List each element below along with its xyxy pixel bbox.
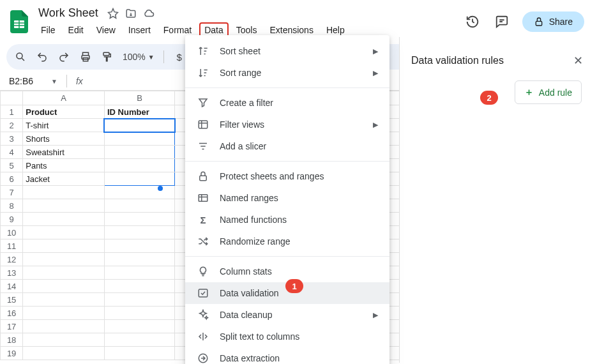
filter-views-icon (197, 118, 209, 131)
cell[interactable] (104, 132, 174, 146)
sort-range-icon (197, 66, 209, 79)
print-icon[interactable] (79, 50, 92, 63)
sheets-logo[interactable] (8, 10, 31, 33)
row-header[interactable]: 2 (1, 119, 23, 132)
chevron-right-icon: ▶ (373, 311, 378, 319)
cloud-icon[interactable] (143, 8, 155, 19)
chevron-right-icon: ▶ (373, 121, 378, 129)
row-header[interactable]: 16 (1, 307, 23, 320)
row-header[interactable]: 9 (1, 213, 23, 226)
cell[interactable] (104, 119, 174, 132)
cell[interactable]: T-shirt (23, 119, 105, 132)
comment-icon[interactable] (493, 13, 511, 31)
row-header[interactable]: 8 (1, 199, 23, 213)
callout-2: 2 (480, 91, 498, 105)
menu-insert[interactable]: Insert (123, 22, 156, 38)
row-header[interactable]: 11 (1, 239, 23, 253)
menu-item-column-stats[interactable]: Column stats (185, 261, 389, 282)
menu-item-named-functions[interactable]: Σ Named functions (185, 209, 389, 231)
svg-rect-7 (199, 121, 208, 128)
cell[interactable]: Product (23, 105, 105, 119)
close-icon[interactable]: ✕ (571, 51, 586, 70)
namebox-arrow-icon[interactable]: ▼ (51, 78, 61, 85)
menu-item-add-slicer[interactable]: Add a slicer (185, 135, 389, 157)
name-box-input[interactable] (8, 75, 46, 87)
menu-item-split-text[interactable]: Split text to columns (185, 326, 389, 347)
data-validation-sidebar: Data validation rules ✕ ＋ Add rule (399, 37, 597, 363)
row-header[interactable]: 12 (1, 253, 23, 266)
chevron-right-icon: ▶ (373, 47, 378, 56)
menu-item-randomize[interactable]: Randomize range (185, 231, 389, 252)
currency-icon[interactable]: $ (173, 50, 186, 63)
share-button[interactable]: Share (522, 11, 584, 32)
chevron-right-icon: ▶ (373, 69, 378, 77)
cell[interactable]: Pants (23, 159, 105, 172)
col-header-A[interactable]: A (23, 91, 105, 105)
menu-item-data-extraction[interactable]: Data extraction (185, 347, 389, 364)
cell[interactable]: Jacket (23, 172, 105, 186)
sigma-icon: Σ (197, 213, 209, 226)
svg-rect-2 (536, 21, 541, 26)
named-ranges-icon (197, 192, 209, 204)
lock-icon (534, 17, 544, 27)
share-label: Share (549, 17, 573, 27)
plus-icon: ＋ (524, 86, 534, 98)
paint-format-icon[interactable] (101, 50, 114, 63)
row-header[interactable]: 7 (1, 186, 23, 199)
lock-icon (197, 170, 209, 183)
row-header[interactable]: 5 (1, 159, 23, 172)
row-header[interactable]: 3 (1, 132, 23, 146)
sort-sheet-icon (197, 45, 209, 57)
menu-file[interactable]: File (36, 22, 61, 38)
row-header[interactable]: 10 (1, 226, 23, 239)
row-header[interactable]: 17 (1, 320, 23, 333)
row-header[interactable]: 6 (1, 172, 23, 186)
menu-edit[interactable]: Edit (63, 22, 89, 38)
doc-title[interactable]: Work Sheet (36, 5, 101, 21)
cell[interactable]: Shorts (23, 132, 105, 146)
cell[interactable] (104, 172, 174, 186)
redo-icon[interactable] (57, 50, 70, 63)
history-icon[interactable] (464, 13, 481, 31)
sidebar-title: Data validation rules (411, 55, 504, 66)
menu-item-named-ranges[interactable]: Named ranges (185, 187, 389, 209)
menu-item-sort-range[interactable]: Sort range ▶ (185, 62, 389, 84)
col-header-B[interactable]: B (104, 91, 174, 105)
extract-icon (197, 352, 209, 364)
menu-item-data-cleanup[interactable]: Data cleanup ▶ (185, 304, 389, 326)
bulb-icon (197, 265, 209, 278)
cell[interactable] (104, 159, 174, 172)
menu-item-sort-sheet[interactable]: Sort sheet ▶ (185, 40, 389, 62)
row-header[interactable]: 13 (1, 266, 23, 280)
row-header[interactable]: 14 (1, 280, 23, 293)
cell[interactable]: Sweatshirt (23, 146, 105, 159)
svg-rect-6 (103, 52, 109, 56)
svg-rect-10 (199, 289, 208, 297)
callout-1: 1 (285, 279, 303, 293)
cell[interactable]: ID Number (104, 105, 174, 119)
undo-icon[interactable] (36, 50, 49, 63)
star-icon[interactable] (107, 8, 119, 19)
data-menu: Sort sheet ▶ Sort range ▶ Create a filte… (185, 35, 389, 364)
fx-icon[interactable]: fx (72, 76, 87, 86)
row-header[interactable]: 15 (1, 293, 23, 307)
menu-view[interactable]: View (91, 22, 121, 38)
menu-item-protect[interactable]: Protect sheets and ranges (185, 165, 389, 187)
validation-icon (197, 287, 209, 300)
menu-item-create-filter[interactable]: Create a filter (185, 92, 389, 114)
zoom-selector[interactable]: 100% ▼ (123, 52, 155, 62)
split-icon (197, 330, 209, 343)
cell[interactable] (104, 146, 174, 159)
search-icon[interactable] (14, 50, 27, 63)
add-rule-button[interactable]: ＋ Add rule (515, 80, 582, 104)
row-header[interactable]: 1 (1, 105, 23, 119)
row-header[interactable]: 19 (1, 347, 23, 360)
select-all-corner[interactable] (1, 91, 23, 105)
svg-point-3 (17, 53, 22, 59)
menu-item-filter-views[interactable]: Filter views ▶ (185, 114, 389, 135)
row-header[interactable]: 18 (1, 333, 23, 347)
selection-handle[interactable] (158, 186, 163, 191)
move-icon[interactable] (125, 8, 137, 19)
row-header[interactable]: 4 (1, 146, 23, 159)
svg-rect-8 (200, 176, 207, 181)
